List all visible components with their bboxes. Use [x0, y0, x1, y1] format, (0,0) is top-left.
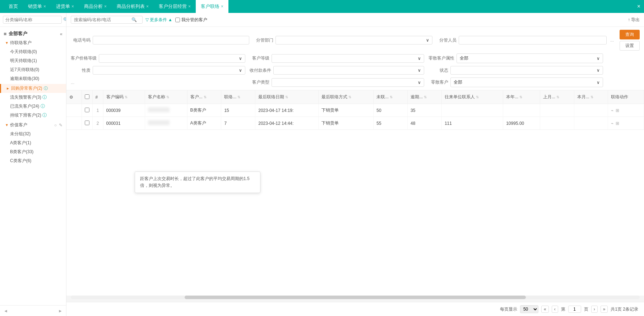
- nav-home[interactable]: 首页: [4, 0, 23, 13]
- sidebar-scroll-left[interactable]: ◄: [4, 308, 8, 313]
- col-last-contact-date[interactable]: 最后联络日期 ⇅: [255, 90, 319, 104]
- value-edit2-icon[interactable]: ✎: [59, 123, 62, 128]
- col-category[interactable]: 客户... ⇅: [187, 90, 221, 104]
- customer-level-select[interactable]: ∨: [272, 54, 424, 63]
- tree-item-tomorrow[interactable]: 明天待联络(1): [0, 56, 66, 65]
- tree-item-today[interactable]: 今天待联络(0): [0, 47, 66, 56]
- customer-type-select[interactable]: ∨: [272, 78, 424, 87]
- row2-action1-icon[interactable]: ⌁: [611, 121, 613, 126]
- scrollbar-thumb[interactable]: [185, 296, 526, 299]
- section-value-title[interactable]: ▼ 价值客户 ○ ✎: [0, 121, 66, 129]
- price-level-chevron-icon: ∨: [239, 56, 242, 61]
- scatter-attr-select[interactable]: 全部 ∨: [457, 53, 603, 63]
- main-search-icon[interactable]: 🔍: [131, 17, 137, 22]
- row1-action2-icon[interactable]: ⊞: [616, 108, 619, 113]
- payment-select[interactable]: ∨: [273, 66, 424, 75]
- col-this-month[interactable]: 本月... ⇅: [574, 90, 608, 104]
- page-number-input[interactable]: [568, 306, 581, 313]
- close-all-tabs[interactable]: ×: [637, 3, 640, 10]
- sidebar-search-area: 🔍: [0, 13, 66, 27]
- nav-sales[interactable]: 销货单 ×: [23, 0, 51, 13]
- row2-select[interactable]: [85, 121, 89, 125]
- col-name[interactable]: 客户名称 ⇅: [145, 90, 187, 104]
- name-sort-icon: ⇅: [166, 95, 169, 99]
- row2-action2-icon[interactable]: ⊞: [616, 121, 619, 126]
- col-this-year[interactable]: 本年... ⇅: [503, 90, 540, 104]
- row1-select[interactable]: [85, 108, 89, 112]
- horizontal-scrollbar[interactable]: [71, 296, 640, 299]
- tree-item-declining[interactable]: 持续下滑客户(2) ⓘ: [0, 111, 66, 120]
- main-search-input[interactable]: [74, 17, 131, 22]
- nav-analysis[interactable]: 商品分析 ×: [79, 0, 112, 13]
- phone-input[interactable]: [93, 36, 249, 44]
- scatter-attr-chevron-icon: ∨: [597, 56, 600, 61]
- col-last-contact-method[interactable]: 最后联络方式 ⇅: [319, 90, 374, 104]
- sidebar-search-icon[interactable]: 🔍: [63, 17, 66, 22]
- col-contact[interactable]: 联络... ⇅: [221, 90, 255, 104]
- collapse-sidebar-icon[interactable]: «: [60, 31, 62, 37]
- row2-index: 2: [92, 117, 103, 130]
- row1-action1-icon[interactable]: ⌁: [611, 108, 613, 113]
- price-level-select[interactable]: ∨: [99, 54, 245, 63]
- nav-analysis-list-close[interactable]: ×: [146, 4, 149, 9]
- col-uncontacted[interactable]: 未联... ⇅: [374, 90, 408, 104]
- more-dots[interactable]: ...: [71, 80, 74, 85]
- manager-input[interactable]: [459, 36, 607, 44]
- settings-button[interactable]: 设置: [620, 41, 640, 51]
- nav-sales-close[interactable]: ×: [43, 4, 46, 9]
- first-page-btn[interactable]: «: [541, 306, 549, 313]
- col-code[interactable]: 客户编码 ⇅: [103, 90, 145, 104]
- nav-customer-tier-close[interactable]: ×: [188, 4, 191, 9]
- tree-item-class-b[interactable]: B类客户(33): [0, 147, 66, 156]
- sidebar-scroll-right[interactable]: ►: [58, 308, 62, 313]
- col-overdue[interactable]: 逾期... ⇅: [408, 90, 442, 104]
- nav-customer-contact-close[interactable]: ×: [221, 4, 223, 9]
- tree-item-unclassified[interactable]: 未分组(32): [0, 129, 66, 138]
- row1-method-link[interactable]: 下销货单: [321, 108, 339, 113]
- section-pending-title[interactable]: ▼ 待联络客户: [0, 38, 66, 47]
- nav-analysis-list[interactable]: 商品分析列表 ×: [112, 0, 154, 13]
- sidebar-all-customers[interactable]: ■ 全部客户 «: [0, 29, 66, 38]
- query-button[interactable]: 查询: [620, 30, 640, 39]
- tree-item-class-c[interactable]: C类客户(6): [0, 156, 66, 165]
- nav-purchase-close[interactable]: ×: [71, 4, 74, 9]
- loss-warning-info: ⓘ: [42, 95, 47, 100]
- tree-item-loss-warning[interactable]: 流失预警客户(3) ⓘ: [0, 93, 66, 102]
- section-abnormal-title[interactable]: ► 回购异常客户(2) ⓘ: [0, 84, 66, 93]
- col-settings[interactable]: ⚙: [66, 90, 82, 104]
- export-btn[interactable]: ↑ 导出: [628, 17, 640, 23]
- tree-item-overdue[interactable]: 逾期未联络(30): [0, 74, 66, 83]
- row2-name: [145, 117, 187, 130]
- manager-more-icon[interactable]: ...: [609, 38, 615, 43]
- more-filters-btn[interactable]: ▽ 更多条件 ▲: [145, 17, 172, 23]
- filter-row-3: 性质 ∨ 收付款条件 ∨ 状态: [71, 66, 640, 75]
- filter-arrow-icon: ▲: [168, 17, 172, 22]
- row2-method-link[interactable]: 下销货单: [321, 121, 339, 126]
- nature-select[interactable]: ∨: [93, 66, 245, 75]
- declining-info: ⓘ: [42, 113, 47, 118]
- nav-analysis-close[interactable]: ×: [104, 4, 107, 9]
- per-page-select[interactable]: 50 100 200: [520, 305, 538, 313]
- select-all-checkbox[interactable]: [85, 94, 89, 99]
- scatter-customer-select[interactable]: 全部 ∨: [450, 77, 603, 87]
- left-sidebar: 🔍 ■ 全部客户 « ▼ 待联络客户 今天待联络(0) 明天待联络(1) 近7天…: [0, 13, 66, 316]
- nav-customer-contact[interactable]: 客户联络 ×: [196, 0, 228, 13]
- col-company-contact[interactable]: 往来单位联系人 ⇅: [441, 90, 503, 104]
- col-actions: 联络动作: [608, 90, 644, 104]
- next-page-btn[interactable]: ›: [591, 306, 598, 313]
- value-edit1-icon[interactable]: ○: [54, 123, 57, 128]
- col-last-month[interactable]: 上月... ⇅: [540, 90, 574, 104]
- nav-purchase[interactable]: 进货单 ×: [51, 0, 79, 13]
- row2-uncontacted: 55: [374, 117, 408, 130]
- status-select[interactable]: ∨: [450, 66, 603, 75]
- my-customers-checkbox[interactable]: [175, 18, 180, 22]
- last-page-btn[interactable]: »: [601, 306, 608, 313]
- tree-item-lost[interactable]: 已流失客户(24) ⓘ: [0, 102, 66, 111]
- nav-customer-tier[interactable]: 客户分层经营 ×: [154, 0, 196, 13]
- tree-item-7days[interactable]: 近7天待联络(0): [0, 65, 66, 74]
- advanced-filters: 电话号码 分管部门 ∨ 分管人员 ... 查询 设置: [66, 27, 644, 90]
- sidebar-search-input[interactable]: [3, 16, 62, 24]
- tree-item-class-a[interactable]: A类客户(1): [0, 138, 66, 147]
- prev-page-btn[interactable]: ‹: [552, 306, 558, 313]
- department-select[interactable]: ∨: [275, 36, 432, 44]
